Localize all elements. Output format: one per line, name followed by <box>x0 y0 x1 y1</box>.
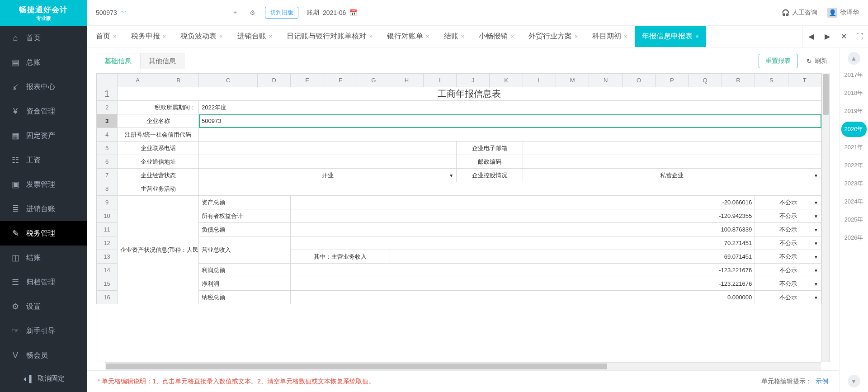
col-header[interactable]: J <box>457 74 490 87</box>
col-header[interactable]: P <box>656 74 689 87</box>
tabs-prev-button[interactable]: ◀ <box>803 26 819 47</box>
company-name-cell[interactable]: 500973 <box>199 114 821 128</box>
col-header[interactable]: K <box>490 74 523 87</box>
corner-cell[interactable] <box>97 74 118 87</box>
col-header[interactable]: A <box>118 74 158 87</box>
sidebar-item-12[interactable]: ☞新手引导 <box>0 319 87 343</box>
refresh-icon: ↻ <box>807 57 812 65</box>
horizontal-scrollbar[interactable] <box>105 362 821 370</box>
year-next-button[interactable]: ▼ <box>848 375 860 387</box>
col-header[interactable]: O <box>622 74 655 87</box>
menu-icon: ⌂ <box>11 33 20 43</box>
year-prev-button[interactable]: ▲ <box>848 52 860 65</box>
year-option[interactable]: 2025年 <box>841 212 867 227</box>
doc-tab-10[interactable]: 年报信息申报表× <box>635 26 706 47</box>
col-header[interactable]: I <box>423 74 456 87</box>
doc-tab-6[interactable]: 结账× <box>437 26 472 47</box>
col-header[interactable]: R <box>722 74 755 87</box>
reset-report-button[interactable]: 重置报表 <box>759 54 797 68</box>
col-header[interactable]: L <box>523 74 556 87</box>
doc-tab-2[interactable]: 税负波动表× <box>173 26 230 47</box>
doc-tab-0[interactable]: 首页× <box>89 26 124 47</box>
close-icon[interactable]: × <box>113 33 117 40</box>
close-icon[interactable]: × <box>219 33 223 40</box>
sidebar-item-13[interactable]: V畅会员 <box>0 343 87 365</box>
col-header[interactable]: B <box>158 74 199 87</box>
tabs-next-button[interactable]: ▶ <box>819 26 835 47</box>
doc-tab-7[interactable]: 小畅报销× <box>472 26 521 47</box>
col-header[interactable]: T <box>788 74 821 87</box>
doc-tab-8[interactable]: 外贸行业方案× <box>521 26 585 47</box>
doc-tab-9[interactable]: 科目期初× <box>585 26 635 47</box>
sidebar-item-9[interactable]: ◫结账 <box>0 246 87 270</box>
sidebar-item-11[interactable]: ⚙设置 <box>0 294 87 319</box>
year-option[interactable]: 2022年 <box>841 158 867 173</box>
col-header[interactable]: G <box>357 74 390 87</box>
sidebar-item-10[interactable]: ☰归档管理 <box>0 270 87 294</box>
doc-tab-4[interactable]: 日记账与银行对账单核对× <box>279 26 380 47</box>
inner-tab-1[interactable]: 其他信息 <box>140 53 184 69</box>
fullscreen-button[interactable]: ⛶ <box>852 26 868 47</box>
year-option[interactable]: 2020年 <box>841 122 867 137</box>
year-option[interactable]: 2026年 <box>841 230 867 246</box>
doc-tab-1[interactable]: 税务申报× <box>124 26 174 47</box>
holding-select[interactable]: 私营企业 <box>523 169 821 182</box>
sidebar-item-8[interactable]: ✎税务管理 <box>0 221 87 246</box>
close-icon[interactable]: × <box>461 33 465 40</box>
close-icon[interactable]: × <box>575 33 578 40</box>
support-label: 人工咨询 <box>792 9 817 17</box>
inner-tab-0[interactable]: 基础信息 <box>96 53 140 69</box>
col-header[interactable]: N <box>589 74 622 87</box>
col-header[interactable]: H <box>390 74 423 87</box>
sidebar-item-4[interactable]: ▦固定资产 <box>0 123 87 148</box>
close-icon[interactable]: × <box>510 33 514 40</box>
year-option[interactable]: 2017年 <box>841 67 867 83</box>
close-icon[interactable]: × <box>369 33 373 40</box>
menu-icon: ⚙ <box>11 302 20 311</box>
sidebar-item-2[interactable]: ⭹报表中心 <box>0 75 87 99</box>
tabs-close-button[interactable]: ✕ <box>835 26 852 47</box>
sidebar-item-1[interactable]: ▤总账 <box>0 50 87 75</box>
col-header[interactable]: C <box>199 74 258 87</box>
add-icon[interactable]: ＋ <box>231 8 240 17</box>
doc-tab-3[interactable]: 进销台账× <box>230 26 280 47</box>
period-picker[interactable]: 账期 2021-06 📅 <box>307 9 357 17</box>
close-icon[interactable]: × <box>269 33 273 40</box>
gear-icon[interactable]: ⚙ <box>248 8 257 17</box>
refresh-button[interactable]: ↻ 刷新 <box>807 57 827 65</box>
close-icon[interactable]: × <box>163 33 166 40</box>
year-option[interactable]: 2021年 <box>841 140 867 155</box>
close-icon[interactable]: × <box>695 33 699 40</box>
spreadsheet[interactable]: A B C D E F G H I J <box>96 73 821 304</box>
doc-tab-5[interactable]: 银行对账单× <box>380 26 437 47</box>
status-select[interactable]: 开业 <box>199 169 457 182</box>
old-version-button[interactable]: 切到旧版 <box>265 7 298 19</box>
col-header[interactable]: F <box>324 74 357 87</box>
sidebar-item-7[interactable]: ≣进销台账 <box>0 197 87 221</box>
close-icon[interactable]: × <box>426 33 429 40</box>
sidebar-item-3[interactable]: ¥资金管理 <box>0 99 87 123</box>
support-link[interactable]: 🎧 人工咨询 <box>782 9 817 17</box>
sidebar-unpin[interactable]: ⏴▌ 取消固定 <box>0 365 87 392</box>
example-link[interactable]: 示例 <box>816 378 828 385</box>
user-menu[interactable]: 👤 徐泽华 <box>827 8 859 18</box>
year-option[interactable]: 2024年 <box>841 194 867 209</box>
col-header[interactable]: Q <box>689 74 722 87</box>
col-header[interactable]: S <box>755 74 788 87</box>
close-icon[interactable]: × <box>624 33 627 40</box>
period-value: 2021-06 <box>323 9 346 16</box>
year-option[interactable]: 2019年 <box>841 104 867 119</box>
sidebar-item-0[interactable]: ⌂首页 <box>0 26 87 50</box>
sidebar-item-6[interactable]: ▣发票管理 <box>0 172 87 197</box>
col-header[interactable]: M <box>556 74 589 87</box>
year-option[interactable]: 2018年 <box>841 85 867 101</box>
vertical-scrollbar[interactable] <box>821 73 830 362</box>
col-header[interactable]: D <box>258 74 291 87</box>
sidebar-item-5[interactable]: ☷工资 <box>0 148 87 172</box>
menu-icon: ¥ <box>11 107 20 116</box>
year-option[interactable]: 2023年 <box>841 176 867 191</box>
org-selector[interactable]: 500973 ﹀ <box>96 9 222 17</box>
col-header[interactable]: E <box>291 74 324 87</box>
menu-icon: V <box>11 351 20 360</box>
topbar: 500973 ﹀ ＋ ⚙ 切到旧版 账期 2021-06 📅 🎧 人工咨询 👤 … <box>87 0 868 26</box>
